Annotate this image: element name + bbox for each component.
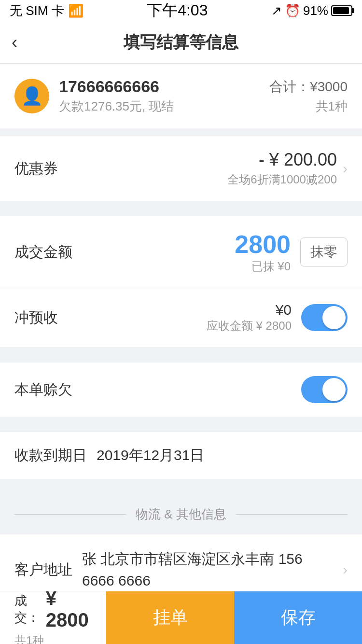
total-label: 合计：¥3000	[269, 78, 348, 96]
credit-toggle[interactable]	[301, 376, 348, 403]
divider-4	[0, 487, 362, 494]
alarm-icon: ⏰	[285, 3, 300, 18]
customer-card: 👤 17666666666 欠款1276.35元, 现结 合计：¥3000 共1…	[0, 64, 362, 128]
deal-amount-value: 2800	[235, 230, 291, 259]
credit-label: 本单赊欠	[14, 380, 72, 400]
separator-line-left	[14, 514, 126, 515]
save-button[interactable]: 保存	[234, 591, 362, 644]
coupon-section: 优惠券 - ¥ 200.00 全场6折满1000减200 ›	[0, 136, 362, 201]
separator-row: 物流 & 其他信息	[0, 494, 362, 534]
coupon-label: 优惠券	[14, 159, 58, 179]
status-time: 下午4:03	[147, 0, 208, 21]
battery-icon	[331, 5, 352, 16]
customer-left: 👤 17666666666 欠款1276.35元, 现结	[14, 77, 174, 115]
deal-sub: 已抹 ¥0	[251, 259, 291, 274]
bottom-bar: 成交： ¥ 2800 共1种 挂单 保存	[0, 591, 362, 644]
deal-label: 成交金额	[14, 242, 72, 262]
bottom-count: 共1种	[14, 633, 92, 644]
address-label: 客户地址	[14, 560, 72, 580]
avatar: 👤	[14, 79, 49, 113]
bottom-deal-row: 成交： ¥ 2800	[14, 588, 92, 631]
prepayment-row: 冲预收 ¥0 应收金额 ¥ 2800	[0, 288, 362, 347]
back-button[interactable]: ‹	[12, 32, 17, 53]
content-area: 👤 17666666666 欠款1276.35元, 现结 合计：¥3000 共1…	[0, 64, 362, 644]
carrier-text: 无 SIM 卡	[10, 2, 64, 19]
due-date-section: 收款到期日 2019年12月31日	[0, 432, 362, 479]
bottom-deal-label: 成交：	[14, 592, 44, 626]
hold-button[interactable]: 挂单	[106, 591, 234, 644]
status-bar: 无 SIM 卡 📶 下午4:03 ↗ ⏰ 91%	[0, 0, 362, 21]
wifi-icon: 📶	[68, 3, 84, 18]
coupon-right: - ¥ 200.00 全场6折满1000减200	[227, 150, 337, 187]
due-date-value: 2019年12月31日	[97, 446, 204, 465]
battery-percent: 91%	[303, 3, 328, 18]
divider-1	[0, 209, 362, 216]
prepayment-toggle[interactable]	[301, 304, 348, 331]
coupon-row[interactable]: 优惠券 - ¥ 200.00 全场6折满1000减200 ›	[0, 136, 362, 201]
location-icon: ↗	[271, 3, 282, 18]
bottom-deal-amount: ¥ 2800	[46, 588, 92, 631]
bottom-info: 成交： ¥ 2800 共1种	[0, 588, 106, 644]
save-button-label: 保存	[281, 606, 316, 630]
customer-info: 17666666666 欠款1276.35元, 现结	[59, 77, 174, 115]
total-count: 共1种	[269, 98, 348, 115]
separator-line-right	[236, 514, 348, 515]
round-zero-button[interactable]: 抹零	[300, 238, 348, 266]
credit-section: 本单赊欠	[0, 363, 362, 417]
customer-phone: 17666666666	[59, 77, 174, 96]
status-carrier: 无 SIM 卡 📶	[10, 2, 84, 19]
hold-button-label: 挂单	[153, 606, 188, 630]
deal-section: 成交金额 2800 已抹 ¥0 抹零 冲预收 ¥0 应收金额 ¥ 2800	[0, 216, 362, 347]
separator-text: 物流 & 其他信息	[126, 506, 236, 523]
divider-2	[0, 355, 362, 363]
credit-toggle-knob	[322, 378, 346, 401]
nav-bar: ‹ 填写结算等信息	[0, 21, 362, 64]
prepayment-label: 冲预收	[14, 308, 58, 328]
toggle-knob	[322, 306, 346, 329]
deal-amount-row: 成交金额 2800 已抹 ¥0 抹零	[0, 216, 362, 288]
prepayment-value-area: ¥0 应收金额 ¥ 2800	[58, 302, 292, 334]
customer-debt: 欠款1276.35元, 现结	[59, 98, 174, 115]
status-right: ↗ ⏰ 91%	[271, 3, 352, 18]
page-title: 填写结算等信息	[124, 31, 238, 54]
due-date-label: 收款到期日	[14, 446, 87, 465]
due-date-row: 收款到期日 2019年12月31日	[0, 432, 362, 479]
customer-right: 合计：¥3000 共1种	[269, 78, 348, 115]
chevron-right-icon: ›	[343, 160, 348, 177]
credit-row: 本单赊欠	[0, 363, 362, 417]
divider-3	[0, 424, 362, 432]
address-value: 张 北京市市辖区海淀区永丰南 156 6666 6666	[82, 548, 337, 591]
coupon-desc: 全场6折满1000减200	[227, 172, 337, 187]
deal-value-area: 2800 已抹 ¥0	[72, 230, 291, 274]
prepayment-sub: 应收金额 ¥ 2800	[207, 318, 292, 334]
address-chevron-icon: ›	[343, 561, 348, 578]
prepayment-amount: ¥0	[276, 302, 292, 318]
coupon-amount: - ¥ 200.00	[259, 150, 337, 170]
